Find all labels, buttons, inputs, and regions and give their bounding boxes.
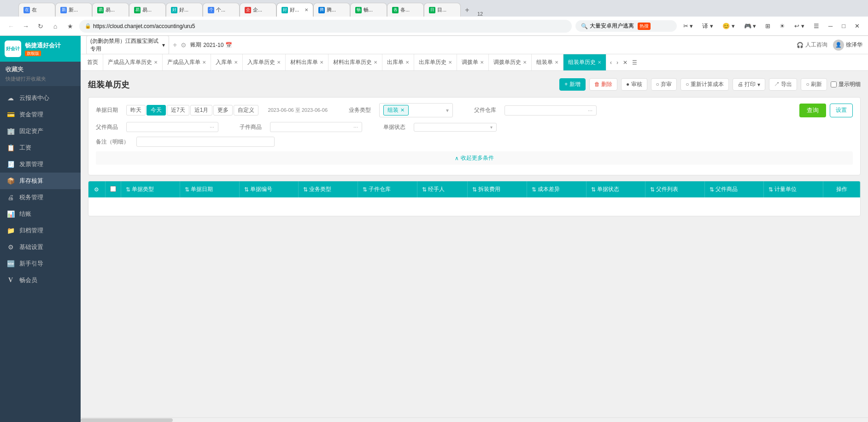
browser-tab-7[interactable]: 企 企... <box>240 3 276 17</box>
nav-tab-5-close[interactable]: ✕ <box>320 60 323 65</box>
sidebar-item-checkout[interactable]: 📊 结账 <box>0 206 81 222</box>
nav-tab-7-close[interactable]: ✕ <box>405 60 409 65</box>
sort-icon-unit[interactable]: ⇅ <box>768 186 773 193</box>
sun-button[interactable]: ☀ <box>777 21 788 31</box>
maximize-button[interactable]: □ <box>839 21 848 31</box>
sidebar-item-cloud-report[interactable]: ☁ 云报表中心 <box>0 90 81 106</box>
query-button[interactable]: 查询 <box>799 104 826 117</box>
date-btn-today[interactable]: 今天 <box>147 105 166 116</box>
browser-tab-5[interactable]: 好 好... <box>166 3 203 17</box>
recalculate-button[interactable]: ○ 重新计算成本 <box>680 78 729 91</box>
calendar-icon[interactable]: 📅 <box>225 42 232 48</box>
browser-tab-3[interactable]: 易 易... <box>92 3 129 17</box>
more-tabs-btn[interactable]: ☰ <box>630 58 639 67</box>
date-btn-yesterday[interactable]: 昨天 <box>126 105 146 116</box>
nav-tab-1[interactable]: 产成品入库单历史 ✕ <box>103 54 163 70</box>
browser-tab-9[interactable]: 腾 腾... <box>313 3 350 17</box>
nav-tab-7[interactable]: 出库单 ✕ <box>382 54 414 70</box>
sidebar-item-guide[interactable]: 🆕 新手引导 <box>0 255 81 272</box>
sort-icon-status[interactable]: ⇅ <box>591 186 596 193</box>
date-btn-1month[interactable]: 近1月 <box>190 105 213 116</box>
biz-type-input[interactable]: 组装 ✕ ▾ <box>379 103 453 117</box>
sidebar-item-fixed-assets[interactable]: 🏢 固定资产 <box>0 123 81 139</box>
close-tab-btn[interactable]: ✕ <box>621 58 629 67</box>
table-settings-icon[interactable]: ⚙ <box>94 186 99 193</box>
sort-icon-date[interactable]: ⇅ <box>185 186 189 193</box>
search-bar[interactable]: 🔍 大量安卓用户逃离 热搜 <box>575 20 677 32</box>
nav-tab-3[interactable]: 入库单 ✕ <box>211 54 243 70</box>
sort-icon-parent-list[interactable]: ⇅ <box>650 186 655 193</box>
delete-button[interactable]: 🗑 删除 <box>589 78 617 91</box>
show-detail-input[interactable] <box>831 81 837 87</box>
sort-icon-cost-diff[interactable]: ⇅ <box>532 186 536 193</box>
browser-tab-8-close[interactable]: ✕ <box>305 7 308 12</box>
browser-tab-11[interactable]: 各 各... <box>387 3 424 17</box>
sort-icon-number[interactable]: ⇅ <box>244 186 249 193</box>
game-button[interactable]: 🎮 ▾ <box>741 21 759 31</box>
nav-tab-9-close[interactable]: ✕ <box>480 60 484 65</box>
date-btn-7days[interactable]: 近7天 <box>167 105 189 116</box>
nav-tab-6-close[interactable]: ✕ <box>374 60 377 65</box>
add-company-btn[interactable]: + <box>173 41 177 49</box>
collapse-bar[interactable]: ∧ 收起更多条件 <box>96 151 853 165</box>
company-selector[interactable]: (勿删勿禁用）江西服宝测试专用 ▾ <box>86 36 169 55</box>
sidebar-item-fund[interactable]: 💳 资金管理 <box>0 106 81 123</box>
scroll-left-btn[interactable]: ‹ <box>608 58 614 67</box>
close-window-button[interactable]: ✕ <box>852 21 862 31</box>
sidebar-item-tax[interactable]: 🖨 税务管理 <box>0 189 81 206</box>
sort-icon-biz[interactable]: ⇅ <box>303 186 308 193</box>
status-dropdown[interactable]: ▾ <box>414 123 497 132</box>
nav-tab-2-close[interactable]: ✕ <box>202 60 206 65</box>
home-button[interactable]: ⌂ <box>50 21 61 32</box>
nav-tab-2[interactable]: 产成品入库单 ✕ <box>163 54 211 70</box>
translate-button[interactable]: 译 ▾ <box>699 20 716 32</box>
forward-button[interactable]: → <box>20 21 31 32</box>
scrollbar-thumb[interactable] <box>81 418 173 422</box>
undo-button[interactable]: ↩ ▾ <box>792 21 807 31</box>
sidebar-item-archive[interactable]: 📁 归档管理 <box>0 222 81 239</box>
nav-tab-4-close[interactable]: ✕ <box>277 60 281 65</box>
nav-tab-9[interactable]: 调拨单 ✕ <box>457 54 489 70</box>
browser-tab-4[interactable]: 易 易... <box>129 3 166 17</box>
browser-tab-10[interactable]: 畅 畅... <box>350 3 387 17</box>
th-checkbox[interactable] <box>105 181 121 197</box>
sort-icon-child-wh[interactable]: ⇅ <box>363 186 367 193</box>
sort-icon-type[interactable]: ⇅ <box>126 186 130 193</box>
nav-tab-6[interactable]: 材料出库单历史 ✕ <box>328 54 382 70</box>
child-product-input[interactable]: ··· <box>270 122 362 132</box>
sort-icon-dismantle[interactable]: ⇅ <box>472 186 477 193</box>
cut-button[interactable]: ✂ ▾ <box>680 21 696 31</box>
print-button[interactable]: 🖨 打印 ▾ <box>733 78 765 91</box>
sidebar-item-member[interactable]: V 畅会员 <box>0 272 81 289</box>
biz-type-tag-close[interactable]: ✕ <box>400 107 405 113</box>
browser-tab-2[interactable]: 新 新... <box>55 3 92 17</box>
export-button[interactable]: ↗ 导出 <box>769 78 797 91</box>
nav-tab-11[interactable]: 组装单 ✕ <box>532 54 563 70</box>
reload-button[interactable]: ↻ <box>35 21 46 32</box>
nav-tab-11-close[interactable]: ✕ <box>555 60 558 65</box>
favorites-subtitle[interactable]: 快捷键打开收藏夹 <box>6 75 75 82</box>
menu-button[interactable]: ☰ <box>811 21 822 31</box>
sidebar-item-salary[interactable]: 📋 工资 <box>0 139 81 156</box>
back-button[interactable]: ← <box>6 21 17 32</box>
new-tab-button[interactable]: + <box>461 4 474 17</box>
nav-tab-1-close[interactable]: ✕ <box>154 60 158 65</box>
remarks-input[interactable] <box>136 137 275 147</box>
parent-product-input[interactable]: ··· <box>126 122 218 132</box>
refresh-button[interactable]: ○ 刷新 <box>801 78 827 91</box>
browser-tab-12[interactable]: 目 目... <box>424 3 461 17</box>
sidebar-item-invoice[interactable]: 🧾 发票管理 <box>0 156 81 173</box>
bookmark-button[interactable]: ★ <box>65 21 76 32</box>
date-btn-custom[interactable]: 自定义 <box>234 105 258 116</box>
parent-warehouse-input[interactable]: ··· <box>504 105 597 116</box>
browser-tab-8[interactable]: 好 好... ✕ <box>276 3 313 17</box>
nav-tab-12-close[interactable]: ✕ <box>598 60 601 65</box>
sidebar-item-settings[interactable]: ⚙ 基础设置 <box>0 239 81 255</box>
date-btn-more[interactable]: 更多 <box>213 105 233 116</box>
grid-button[interactable]: ⊞ <box>762 21 773 31</box>
show-detail-checkbox[interactable]: 显示明细 <box>831 81 861 88</box>
sort-icon-parent-product[interactable]: ⇅ <box>710 186 714 193</box>
th-settings[interactable]: ⚙ <box>88 181 105 197</box>
abandon-button[interactable]: ○ 弃审 <box>651 78 677 91</box>
emoji-button[interactable]: 😊 ▾ <box>720 21 738 31</box>
